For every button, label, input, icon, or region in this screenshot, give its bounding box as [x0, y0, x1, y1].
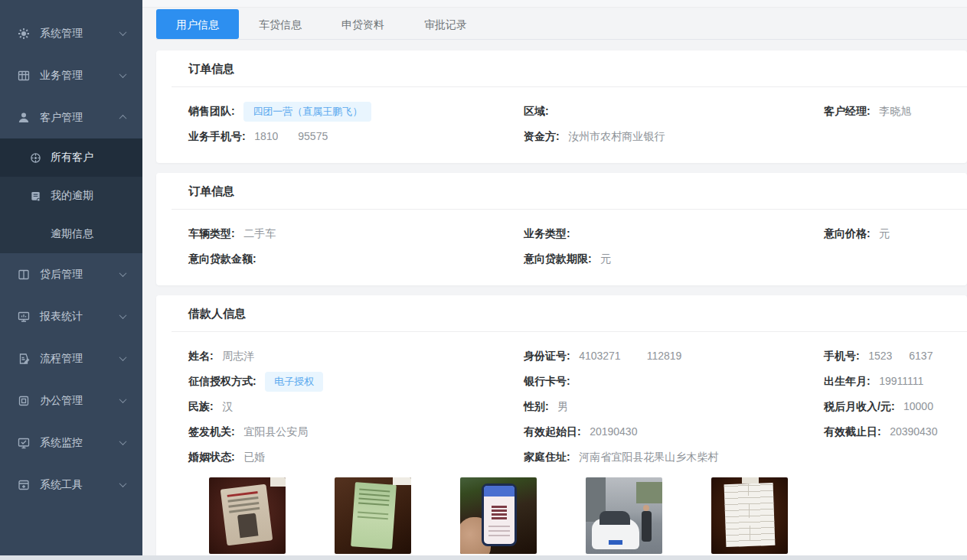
- sidebar-item-system-management[interactable]: 系统管理: [0, 12, 142, 54]
- field-label: 姓名:: [188, 350, 214, 362]
- field-label: 手机号:: [824, 350, 860, 362]
- borrower-photos: 本人照片 智能认证照片 授权记录: [209, 477, 967, 560]
- sidebar-item-system-tools[interactable]: 系统工具: [0, 464, 142, 506]
- photo-person-with-car[interactable]: [586, 477, 662, 554]
- sidebar-item-report-statistics[interactable]: 报表统计: [0, 295, 142, 337]
- field-label: 身份证号:: [524, 350, 570, 362]
- field-label: 销售团队:: [188, 105, 235, 117]
- field-value: 10000: [903, 400, 933, 412]
- field-label: 民族:: [188, 400, 214, 412]
- field-value: 男: [557, 400, 568, 412]
- chevron-up-icon: [119, 115, 127, 122]
- field-value: 宜阳县公安局: [243, 425, 308, 438]
- sidebar-item-overdue-info[interactable]: 逾期信息: [0, 215, 142, 253]
- field-value: 181095575: [254, 130, 328, 142]
- field-label: 出生年月:: [824, 375, 871, 387]
- sidebar-item-process-management[interactable]: 流程管理: [0, 337, 142, 379]
- field-value: 20190430: [590, 425, 637, 438]
- sidebar-item-label: 系统管理: [40, 27, 83, 41]
- field-label: 婚姻状态:: [188, 451, 235, 463]
- field-value: 二手车: [243, 227, 276, 239]
- horizontal-scrollbar[interactable]: [0, 555, 967, 560]
- field-label: 车辆类型:: [188, 227, 235, 239]
- sidebar-item-label: 我的逾期: [51, 189, 93, 203]
- chevron-down-icon: [119, 269, 127, 277]
- gear-icon: [17, 27, 30, 40]
- sidebar-item-label: 报表统计: [40, 310, 83, 324]
- sidebar-item-label: 客户管理: [40, 111, 83, 125]
- field-value: 周志洋: [222, 350, 254, 362]
- field-value: 15236137: [868, 350, 933, 362]
- tab-user-info[interactable]: 用户信息: [156, 9, 239, 39]
- sidebar-item-label: 系统监控: [40, 436, 83, 450]
- field-monthly-income: 税后月收入/元: 10000: [824, 399, 967, 414]
- field-value: 元: [600, 252, 611, 265]
- field-label: 意向贷款期限:: [524, 252, 592, 265]
- field-valid-from: 有效起始日: 20190430: [524, 425, 824, 439]
- field-value: 河南省宜阳县花果山乡木柴村: [579, 451, 718, 463]
- field-value: 19911111: [879, 375, 923, 387]
- field-marital-status: 婚姻状态: 已婚: [188, 450, 524, 464]
- redaction-block: [621, 350, 647, 361]
- sidebar-item-label: 业务管理: [40, 69, 83, 83]
- sidebar-item-all-customers[interactable]: 所有客户: [0, 138, 142, 177]
- credit-auth-tag[interactable]: 电子授权: [265, 372, 323, 392]
- redaction-block: [278, 130, 298, 142]
- card-title: 订单信息: [156, 50, 967, 86]
- wheel-icon: [29, 151, 41, 164]
- tab-approval-records[interactable]: 审批记录: [404, 9, 487, 39]
- box-plus-icon: [17, 478, 30, 491]
- monitor-icon: [17, 310, 30, 323]
- square-in-square-icon: [17, 394, 30, 407]
- sales-team-tag[interactable]: 四团一营（直属王鹏飞）: [243, 102, 371, 122]
- field-credit-auth-method: 征信授权方式: 电子授权: [188, 372, 524, 392]
- user-icon: [17, 111, 30, 124]
- sidebar-item-customer-management[interactable]: 客户管理: [0, 96, 142, 138]
- field-bank-card: 银行卡号:: [524, 374, 824, 389]
- photo-qr-authorization[interactable]: [460, 477, 537, 554]
- field-birth-date: 出生年月: 19911111: [824, 374, 967, 389]
- field-business-type: 业务类型:: [524, 226, 824, 241]
- field-customer-manager: 客户经理: 李晓旭: [824, 104, 967, 119]
- card-title: 订单信息: [156, 173, 967, 209]
- field-label: 家庭住址:: [524, 451, 570, 463]
- borrower-info-card: 借款人信息 姓名: 周志洋 身份证号: 4103271112819 手机号: 1…: [156, 295, 967, 560]
- field-id-number: 身份证号: 4103271112819: [524, 349, 824, 363]
- sidebar-item-label: 系统工具: [40, 478, 83, 492]
- main-content: 订单信息 销售团队: 四团一营（直属王鹏飞） 区域: 客户经理: 李晓旭: [156, 50, 967, 560]
- field-label: 意向贷款金额:: [188, 252, 256, 265]
- sidebar-item-label: 所有客户: [51, 151, 93, 164]
- sidebar-item-business-management[interactable]: 业务管理: [0, 54, 142, 96]
- columns-icon: [17, 268, 30, 281]
- field-label: 征信授权方式:: [188, 375, 256, 387]
- sidebar-item-system-monitor[interactable]: 系统监控: [0, 422, 142, 464]
- sidebar-item-postloan-management[interactable]: 贷后管理: [0, 253, 142, 295]
- photo-document[interactable]: [711, 477, 788, 554]
- field-vehicle-type: 车辆类型: 二手车: [188, 226, 524, 241]
- field-value: 元: [879, 227, 890, 239]
- field-gender: 性别: 男: [524, 399, 824, 414]
- tab-loan-application-docs[interactable]: 申贷资料: [322, 9, 404, 39]
- sidebar-item-label: 流程管理: [40, 352, 83, 366]
- field-business-phone: 业务手机号: 181095575: [188, 129, 524, 144]
- sidebar-item-label: 逾期信息: [51, 227, 93, 241]
- field-label: 资金方:: [524, 130, 560, 142]
- sidebar-item-office-management[interactable]: 办公管理: [0, 379, 142, 422]
- tab-car-loan-info[interactable]: 车贷信息: [239, 9, 322, 39]
- sidebar-item-my-overdue[interactable]: 我的逾期: [0, 177, 142, 215]
- photo-green-booklet[interactable]: [335, 477, 411, 554]
- order-info-card-1: 订单信息 销售团队: 四团一营（直属王鹏飞） 区域: 客户经理: 李晓旭: [156, 50, 967, 163]
- field-label: 性别:: [524, 400, 549, 412]
- field-sales-team: 销售团队: 四团一营（直属王鹏飞）: [188, 102, 524, 122]
- field-funder: 资金方: 汝州市农村商业银行: [524, 129, 824, 144]
- order-info-card-2: 订单信息 车辆类型: 二手车 业务类型: 意向价格: 元 意向贷款金额: [156, 173, 967, 285]
- chevron-down-icon: [119, 311, 127, 319]
- photo-id-card[interactable]: [209, 477, 286, 554]
- chevron-down-icon: [119, 396, 127, 403]
- grid-icon: [17, 69, 30, 82]
- field-ethnicity: 民族: 汉: [188, 399, 524, 414]
- sidebar-item-label: 贷后管理: [40, 268, 83, 282]
- field-label: 银行卡号:: [524, 375, 570, 387]
- field-label: 区域:: [524, 105, 549, 117]
- chevron-down-icon: [119, 353, 127, 361]
